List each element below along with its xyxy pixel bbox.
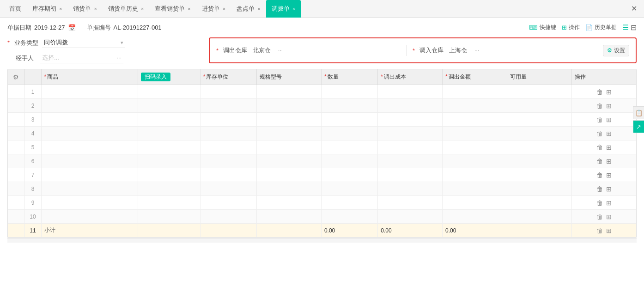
in-warehouse-value: 上海仓 bbox=[449, 46, 467, 55]
table-row: 2 🗑 ⊞ bbox=[8, 99, 636, 113]
tab-view-sales[interactable]: 查看销货单 × bbox=[149, 0, 196, 18]
side-note-icon[interactable]: 📋 bbox=[633, 106, 644, 119]
row-goods-cell[interactable] bbox=[41, 210, 138, 224]
row-amount-cell bbox=[443, 168, 507, 182]
row-unit-cell bbox=[200, 113, 256, 127]
grid-view-button[interactable]: ⊟ bbox=[631, 23, 637, 32]
side-link-icon[interactable]: ↗ bbox=[633, 120, 644, 133]
row-copy-icon[interactable]: ⊞ bbox=[606, 171, 612, 179]
tab-sales-history-close[interactable]: × bbox=[141, 6, 144, 12]
table-row: 1 🗑 ⊞ bbox=[8, 85, 636, 99]
tab-inventory-init[interactable]: 库存期初 × bbox=[27, 0, 67, 18]
tab-inventory-init-close[interactable]: × bbox=[59, 6, 62, 12]
tab-transfer-close[interactable]: × bbox=[292, 6, 295, 12]
settings-button[interactable]: ⚙ 设置 bbox=[603, 45, 629, 56]
tab-home[interactable]: 首页 bbox=[4, 0, 27, 18]
out-warehouse-dots[interactable]: ··· bbox=[278, 47, 283, 54]
person-select[interactable]: 选择... ··· bbox=[40, 53, 123, 63]
row-goods-cell[interactable] bbox=[41, 140, 138, 154]
row-delete-icon[interactable]: 🗑 bbox=[596, 158, 603, 165]
operations-button[interactable]: ⊞ 操作 bbox=[562, 24, 580, 31]
tab-stocktake-close[interactable]: × bbox=[257, 6, 260, 12]
col-unit-header: 库存单位 bbox=[200, 69, 256, 85]
list-view-button[interactable]: ☰ bbox=[622, 23, 629, 32]
row-goods-cell[interactable] bbox=[41, 168, 138, 182]
row-copy-icon[interactable]: ⊞ bbox=[606, 185, 612, 193]
row-delete-icon[interactable]: 🗑 bbox=[596, 171, 603, 179]
tab-stocktake[interactable]: 盘点单 × bbox=[231, 0, 266, 18]
subtotal-delete-icon[interactable]: 🗑 bbox=[596, 227, 603, 234]
tab-transfer[interactable]: 调拨单 × bbox=[266, 0, 301, 18]
row-setting-cell bbox=[8, 182, 24, 196]
row-copy-icon[interactable]: ⊞ bbox=[606, 213, 612, 220]
row-copy-icon[interactable]: ⊞ bbox=[606, 144, 612, 151]
row-ops-cell: 🗑 ⊞ bbox=[571, 168, 636, 182]
person-dots-btn[interactable]: ··· bbox=[117, 55, 122, 61]
row-goods-cell[interactable] bbox=[41, 196, 138, 210]
row-delete-icon[interactable]: 🗑 bbox=[596, 102, 603, 110]
row-copy-icon[interactable]: ⊞ bbox=[606, 158, 612, 165]
scroll-area[interactable] bbox=[7, 238, 637, 243]
row-qty-cell bbox=[321, 168, 377, 182]
row-delete-icon[interactable]: 🗑 bbox=[596, 199, 603, 207]
calendar-icon[interactable]: 📅 bbox=[68, 24, 76, 31]
row-delete-icon[interactable]: 🗑 bbox=[596, 144, 603, 151]
in-warehouse-dots[interactable]: ··· bbox=[474, 47, 479, 54]
row-ops-cell: 🗑 ⊞ bbox=[571, 154, 636, 168]
row-avail-cell bbox=[507, 113, 571, 127]
row-delete-icon[interactable]: 🗑 bbox=[596, 185, 603, 193]
row-avail-cell bbox=[507, 154, 571, 168]
col-cost-header: 调出成本 bbox=[378, 69, 443, 85]
row-unit-cell bbox=[200, 154, 256, 168]
row-copy-icon[interactable]: ⊞ bbox=[606, 102, 612, 110]
row-num-cell: 9 bbox=[24, 196, 41, 210]
table-header-row: ⚙ 商品 扫码录入 库存单位 规格型号 数量 调出成本 调出金额 可用量 操作 bbox=[8, 69, 636, 85]
header-row: 单据日期 2019-12-27 📅 单据编号 AL-20191227-001 ⌨… bbox=[7, 23, 637, 32]
history-button[interactable]: 📄 历史单据 bbox=[585, 24, 617, 31]
table-gear-icon[interactable]: ⚙ bbox=[11, 73, 22, 81]
row-setting-cell bbox=[8, 154, 24, 168]
row-delete-icon[interactable]: 🗑 bbox=[596, 213, 603, 220]
tab-view-sales-close[interactable]: × bbox=[188, 6, 190, 12]
tab-sales-order[interactable]: 销货单 × bbox=[67, 0, 102, 18]
subtotal-copy-icon[interactable]: ⊞ bbox=[606, 227, 612, 234]
subtotal-label-cell: 小计 bbox=[41, 224, 138, 238]
subtotal-num-cell: 11 bbox=[24, 224, 41, 238]
row-avail-cell bbox=[507, 85, 571, 99]
row-copy-icon[interactable]: ⊞ bbox=[606, 116, 612, 123]
row-goods-cell[interactable] bbox=[41, 127, 138, 140]
row-goods-cell[interactable] bbox=[41, 154, 138, 168]
window-close-button[interactable]: ✕ bbox=[627, 2, 640, 15]
row-ops-cell: 🗑 ⊞ bbox=[571, 99, 636, 113]
row-num-cell: 10 bbox=[24, 210, 41, 224]
in-warehouse-label: 调入仓库 bbox=[419, 46, 444, 55]
row-goods-cell[interactable] bbox=[41, 113, 138, 127]
tab-sales-history[interactable]: 销货单历史 × bbox=[103, 0, 149, 18]
tab-sales-order-close[interactable]: × bbox=[94, 6, 97, 12]
row-num-cell: 1 bbox=[24, 85, 41, 99]
row-delete-icon[interactable]: 🗑 bbox=[596, 88, 603, 96]
biz-type-select[interactable]: 同价调拨 ▾ bbox=[42, 37, 125, 48]
row-delete-icon[interactable]: 🗑 bbox=[596, 116, 603, 123]
row-goods-cell[interactable] bbox=[41, 85, 138, 99]
row-unit-cell bbox=[200, 196, 256, 210]
row-num-cell: 2 bbox=[24, 99, 41, 113]
row-goods-cell[interactable] bbox=[41, 99, 138, 113]
row-delete-icon[interactable]: 🗑 bbox=[596, 130, 603, 137]
history-icon: 📄 bbox=[585, 24, 593, 31]
row-amount-cell bbox=[443, 210, 507, 224]
row-ops-cell: 🗑 ⊞ bbox=[571, 182, 636, 196]
row-qty-cell bbox=[321, 182, 377, 196]
row-copy-icon[interactable]: ⊞ bbox=[606, 199, 612, 207]
scan-button[interactable]: 扫码录入 bbox=[141, 73, 170, 81]
row-unit-cell bbox=[200, 168, 256, 182]
row-copy-icon[interactable]: ⊞ bbox=[606, 88, 612, 96]
row-copy-icon[interactable]: ⊞ bbox=[606, 130, 612, 137]
tab-purchase-order-close[interactable]: × bbox=[223, 6, 225, 12]
subtotal-unit-cell bbox=[200, 224, 256, 238]
row-goods-cell[interactable] bbox=[41, 182, 138, 196]
table-row: 3 🗑 ⊞ bbox=[8, 113, 636, 127]
tab-purchase-order[interactable]: 进货单 × bbox=[196, 0, 231, 18]
shortcuts-button[interactable]: ⌨ 快捷键 bbox=[529, 24, 556, 31]
subtotal-qty-cell: 0.00 bbox=[321, 224, 377, 238]
